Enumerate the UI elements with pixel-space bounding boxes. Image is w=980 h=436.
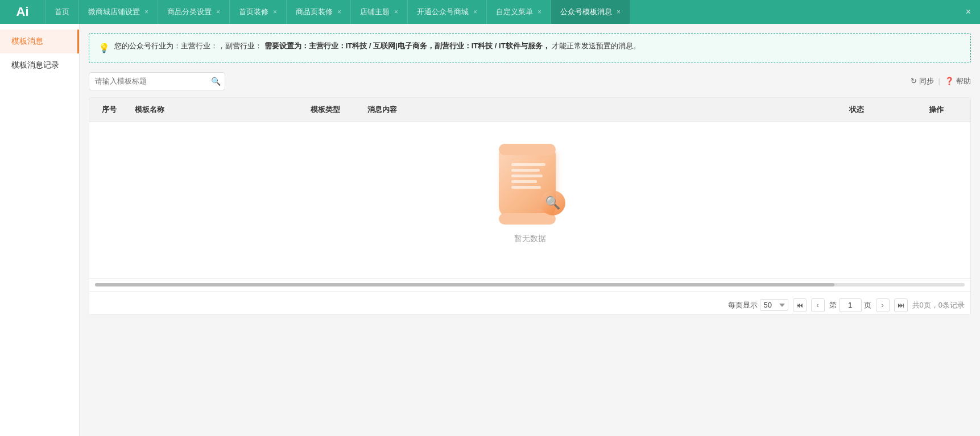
pagination-bar: 每页显示 50 10 20 100 ⏮ ‹ 第 页 › ⏭ 共0 bbox=[89, 291, 970, 314]
notice-banner: 💡 您的公众号行业为：主营行业：，副营行业： 需要设置为：主营行业：IT科技 /… bbox=[89, 33, 971, 63]
scrollbar-thumb bbox=[95, 283, 834, 286]
per-page-select[interactable]: 50 10 20 100 bbox=[760, 299, 788, 311]
empty-icon: 🔍 bbox=[490, 145, 570, 225]
page-unit: 页 bbox=[864, 300, 871, 310]
search-input-wrap: 🔍 bbox=[89, 72, 225, 90]
search-bar: 🔍 ↻ 同步 | ❓ 帮助 bbox=[89, 72, 971, 90]
help-button[interactable]: ❓ 帮助 bbox=[945, 76, 971, 86]
content-area: 💡 您的公众号行业为：主营行业：，副营行业： 需要设置为：主营行业：IT科技 /… bbox=[80, 24, 980, 436]
sidebar-item-template-msg-log[interactable]: 模板消息记录 bbox=[0, 53, 79, 77]
table-scrollbar[interactable] bbox=[89, 278, 970, 291]
tab-item-custom-menu[interactable]: 自定义菜单× bbox=[487, 0, 551, 24]
per-page-select-wrap: 每页显示 50 10 20 100 bbox=[728, 299, 788, 311]
page-total: 共0页，0条记录 bbox=[912, 300, 965, 310]
global-close-button[interactable]: × bbox=[957, 7, 980, 17]
tab-item-product-decoration[interactable]: 商品页装修× bbox=[287, 0, 351, 24]
col-header-content: 消息内容 bbox=[362, 98, 811, 122]
tab-item-open-mall[interactable]: 开通公众号商城× bbox=[408, 0, 487, 24]
tab-item-home[interactable]: 首页 bbox=[46, 0, 79, 24]
tab-close-custom-menu[interactable]: × bbox=[537, 8, 541, 16]
doc-line bbox=[511, 186, 541, 189]
col-header-seq: 序号 bbox=[89, 98, 129, 122]
tab-close-store-theme[interactable]: × bbox=[394, 8, 398, 16]
tab-item-store-settings[interactable]: 微商城店铺设置× bbox=[79, 0, 158, 24]
last-page-button[interactable]: ⏭ bbox=[894, 298, 908, 312]
doc-line bbox=[511, 175, 543, 177]
doc-line bbox=[511, 180, 537, 183]
next-page-button[interactable]: › bbox=[876, 298, 890, 312]
empty-state: 🔍 暂无数据 bbox=[89, 122, 970, 278]
doc-line bbox=[511, 163, 545, 166]
sidebar: 模板消息模板消息记录 bbox=[0, 24, 80, 436]
per-page-label: 每页显示 bbox=[728, 300, 758, 310]
app-logo: Ai bbox=[0, 0, 46, 24]
col-header-type: 模板类型 bbox=[305, 98, 362, 122]
tab-close-store-settings[interactable]: × bbox=[144, 8, 148, 16]
sidebar-item-template-msg[interactable]: 模板消息 bbox=[0, 30, 79, 53]
notice-text: 您的公众号行业为：主营行业：，副营行业： 需要设置为：主营行业：IT科技 / 互… bbox=[114, 40, 640, 52]
notice-highlight: 需要设置为：主营行业：IT科技 / 互联网|电子商务，副营行业：IT科技 / I… bbox=[264, 41, 550, 50]
tab-item-category-settings[interactable]: 商品分类设置× bbox=[158, 0, 230, 24]
tab-close-product-decoration[interactable]: × bbox=[337, 8, 341, 16]
search-input[interactable] bbox=[89, 72, 225, 90]
search-button[interactable]: 🔍 bbox=[211, 77, 221, 86]
toolbar-right: ↻ 同步 | ❓ 帮助 bbox=[911, 76, 971, 86]
col-header-action: 操作 bbox=[902, 98, 970, 122]
empty-text: 暂无数据 bbox=[514, 234, 546, 244]
page-input-wrap: 第 页 bbox=[829, 298, 871, 312]
table-header: 序号 模板名称 模板类型 消息内容 状态 操作 bbox=[89, 98, 970, 122]
page-label: 第 bbox=[829, 300, 837, 310]
data-table: 序号 模板名称 模板类型 消息内容 状态 操作 bbox=[89, 97, 971, 315]
tab-close-home-decoration[interactable]: × bbox=[273, 8, 277, 16]
tab-item-home-decoration[interactable]: 首页装修× bbox=[230, 0, 287, 24]
notice-icon: 💡 bbox=[98, 41, 110, 56]
tab-close-category-settings[interactable]: × bbox=[216, 8, 220, 16]
main-layout: 模板消息模板消息记录 💡 您的公众号行业为：主营行业：，副营行业： 需要设置为：… bbox=[0, 24, 980, 436]
tab-item-template-message[interactable]: 公众号模板消息× bbox=[551, 0, 630, 24]
page-number-input[interactable] bbox=[839, 298, 862, 312]
search-magnifier-icon: 🔍 bbox=[540, 190, 565, 215]
prev-page-button[interactable]: ‹ bbox=[811, 298, 825, 312]
sync-icon: ↻ bbox=[911, 77, 917, 85]
tab-bar: Ai 首页微商城店铺设置×商品分类设置×首页装修×商品页装修×店铺主题×开通公众… bbox=[0, 0, 980, 24]
tab-close-template-message[interactable]: × bbox=[617, 8, 621, 16]
tab-close-open-mall[interactable]: × bbox=[473, 8, 477, 16]
horizontal-scrollbar[interactable] bbox=[95, 283, 965, 286]
doc-line bbox=[511, 169, 540, 172]
doc-lines bbox=[511, 163, 545, 189]
help-icon: ❓ bbox=[945, 77, 954, 85]
col-header-status: 状态 bbox=[811, 98, 902, 122]
toolbar-divider: | bbox=[938, 77, 940, 85]
sync-button[interactable]: ↻ 同步 bbox=[911, 76, 934, 86]
tab-item-store-theme[interactable]: 店铺主题× bbox=[351, 0, 408, 24]
col-header-name: 模板名称 bbox=[129, 98, 305, 122]
first-page-button[interactable]: ⏮ bbox=[793, 298, 807, 312]
